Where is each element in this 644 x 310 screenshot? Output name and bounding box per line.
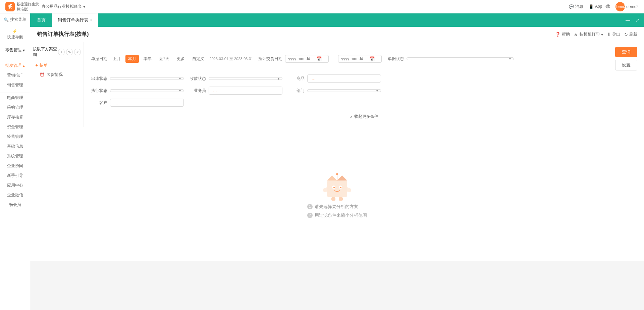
chevron-down-icon: ▾ (23, 48, 25, 53)
date-tab-current-year[interactable]: 本年 (141, 55, 154, 63)
goods-select[interactable]: ... (307, 74, 381, 83)
sidebar-item-retail[interactable]: 零售管理 ▾ (0, 45, 30, 55)
filter-row-2: 出库状态 ▾ 收款状态 ▾ (91, 74, 637, 83)
tab-home[interactable]: 首页 (30, 13, 52, 27)
filter-item-department: 部门 ▾ (288, 88, 381, 94)
sidebar-item-ecommerce[interactable]: 电商管理 (0, 93, 30, 103)
scheme-panel: 按以下方案查询 + ✎ « 按单 ⏰ (30, 42, 84, 127)
tab-minimize-button[interactable]: — (624, 16, 632, 24)
department-label: 部门 (288, 88, 305, 94)
export-icon: ⬇ (607, 32, 611, 37)
execution-select[interactable]: ▾ (110, 89, 184, 92)
scheme-item-by-order[interactable]: 按单 (33, 60, 81, 70)
app-download-button[interactable]: 📱 App下载 (589, 4, 610, 9)
date-tab-more[interactable]: 更多 (174, 55, 187, 63)
tab-close-icon[interactable]: × (90, 18, 93, 22)
tab-bar: 首页 销售订单执行表 × — ⤢ (30, 13, 644, 27)
tab-sales-order[interactable]: 销售订单执行表 × (52, 13, 98, 27)
expected-date-end[interactable]: 📅 (338, 55, 382, 63)
sidebar-item-marketing[interactable]: 营销推广 (0, 70, 30, 80)
filter-item-execution: 执行状态 ▾ (91, 88, 184, 94)
filter-item-customer: 客户 ... (91, 99, 184, 107)
scheme-edit-button[interactable]: ✎ (66, 49, 73, 55)
tip-num-1: 1 (307, 204, 313, 209)
setting-button[interactable]: 设置 (615, 60, 637, 70)
execution-arrow-icon: ▾ (179, 89, 181, 93)
date-tab-current-month[interactable]: 本月 (125, 55, 139, 63)
salesperson-select[interactable]: ... (209, 87, 282, 95)
message-button[interactable]: 💬 消息 (569, 4, 583, 9)
date-tab-custom[interactable]: 自定义 (190, 55, 207, 63)
department-select[interactable]: ▾ (307, 89, 381, 92)
help-icon: ❓ (555, 32, 560, 37)
page-content: 销售订单执行表(按单) ❓ 帮助 🖨 按模板打印 ▾ ⬇ (30, 27, 644, 310)
empty-tips: 1 请先选择要分析的方案 2 用过滤条件来缩小分析范围 (307, 202, 367, 220)
filter-item-outbound: 出库状态 ▾ (91, 76, 184, 82)
sidebar-quick-nav[interactable]: ⚡ 快捷导航 (0, 26, 30, 43)
sidebar-item-inventory[interactable]: 库存核算 (0, 112, 30, 122)
filter-layout: 按以下方案查询 + ✎ « 按单 ⏰ (30, 42, 644, 127)
filter-item-salesperson: 业务员 ... (189, 87, 282, 95)
filter-row-4: 客户 ... (91, 99, 637, 107)
export-button[interactable]: ⬇ 导出 (607, 32, 620, 37)
empty-tip-2: 2 用过滤条件来缩小分析范围 (307, 211, 367, 220)
svg-point-4 (340, 187, 341, 188)
expected-date-start-input[interactable] (288, 56, 315, 61)
date-tab-last7[interactable]: 近7天 (156, 55, 172, 63)
sidebar-item-system[interactable]: 系统管理 (0, 151, 30, 161)
sidebar-item-enterprise[interactable]: 企业协同 (0, 161, 30, 171)
calendar-icon: 📅 (316, 56, 322, 61)
top-bar-right: 💬 消息 📱 App下载 demo2 demo2 (569, 2, 639, 11)
outbound-arrow-icon: ▾ (179, 77, 181, 81)
print-button[interactable]: 🖨 按模板打印 ▾ (574, 32, 603, 37)
scheme-clock-icon: ⏰ (40, 72, 45, 77)
goods-ellipsis-icon[interactable]: ... (310, 76, 317, 81)
logo-area: 畅 畅捷通好生意 标准版 (5, 2, 39, 11)
refresh-button[interactable]: ↻ 刷新 (624, 32, 637, 37)
download-icon: 📱 (589, 4, 594, 9)
sidebar-item-apps[interactable]: 应用中心 (0, 180, 30, 190)
status-select[interactable]: ▾ (407, 57, 514, 60)
sidebar-item-wholesale[interactable]: 批发管理 ▴ (0, 61, 30, 70)
customer-select[interactable]: ... (110, 99, 184, 107)
user-profile[interactable]: demo2 demo2 (615, 2, 639, 11)
scheme-dot-active (36, 64, 38, 66)
scheme-collapse-button[interactable]: « (74, 49, 81, 55)
scheme-add-button[interactable]: + (58, 49, 65, 55)
date-range-text: 2023-03-01 至 2023-03-31 (210, 56, 253, 61)
sidebar-item-newbie[interactable]: 新手引导 (0, 171, 30, 180)
salesperson-ellipsis-icon[interactable]: ... (212, 88, 218, 93)
customer-ellipsis-icon[interactable]: ... (113, 100, 120, 105)
chevron-up-icon: ▴ (23, 63, 25, 68)
sidebar-item-basic[interactable]: 基础信息 (0, 142, 30, 151)
expected-date-end-input[interactable] (341, 56, 368, 61)
outbound-select[interactable]: ▾ (110, 77, 184, 80)
date-tab-last-month[interactable]: 上月 (110, 55, 123, 63)
expected-date-start[interactable]: 📅 (285, 55, 329, 63)
execution-label: 执行状态 (91, 88, 107, 94)
sidebar-item-member[interactable]: 畅会员 (0, 200, 30, 210)
empty-illustration (320, 169, 354, 202)
filter-panel: 单据日期 上月 本月 本年 近7天 更多 自定义 2023-03-01 至 20… (84, 42, 644, 127)
filter-item-status: 单据状态 ▾ (387, 56, 514, 62)
query-button[interactable]: 查询 (615, 47, 637, 57)
outbound-label: 出库状态 (91, 76, 107, 82)
svg-point-6 (336, 173, 338, 175)
sidebar-item-sales[interactable]: 销售管理 (0, 80, 30, 90)
collapse-label: 收起更多条件 (354, 114, 378, 119)
collapse-bar[interactable]: ∧ 收起更多条件 (91, 111, 637, 122)
collapse-icon: ∧ (350, 114, 353, 119)
calendar-icon-end: 📅 (369, 56, 375, 61)
breadcrumb[interactable]: 办公用品行业模拟账套 ▾ (42, 4, 85, 9)
breadcrumb-arrow-icon: ▾ (83, 4, 85, 9)
sidebar-item-finance[interactable]: 资金管理 (0, 122, 30, 132)
help-button[interactable]: ❓ 帮助 (555, 32, 570, 37)
sidebar-search[interactable]: 🔍 搜索菜单 (0, 13, 30, 26)
scheme-item-arrears[interactable]: ⏰ 欠货情况 (33, 70, 81, 79)
tab-maximize-button[interactable]: ⤢ (633, 16, 641, 24)
filter-row-3: 执行状态 ▾ 业务员 ... (91, 87, 637, 95)
sidebar-item-wechat[interactable]: 企业微信 (0, 190, 30, 200)
sidebar-item-purchase[interactable]: 采购管理 (0, 103, 30, 112)
sidebar-item-operations[interactable]: 经营管理 (0, 132, 30, 142)
payment-select[interactable]: ▾ (209, 77, 282, 80)
